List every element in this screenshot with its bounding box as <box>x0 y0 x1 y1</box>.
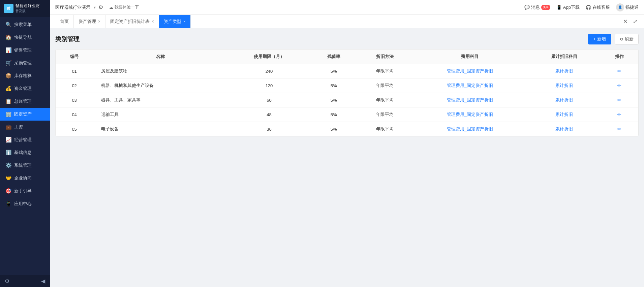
topbar-left: 医疗器械行业演示 ▾ ⚙ ☁ 我要体验一下 <box>55 4 139 10</box>
cell-expense-1[interactable]: 管理费用_固定资产折旧 <box>412 78 527 93</box>
cell-period-1: 120 <box>228 78 310 93</box>
system-label: 系统管理 <box>14 162 32 168</box>
tabs-bar: 首页资产管理×固定资产折旧统计表×资产类型× ✕ ⤢ <box>50 15 644 28</box>
avatar: 👤 <box>616 3 624 11</box>
sidebar-item-payroll[interactable]: 💼 工资 <box>0 121 50 133</box>
collapse-icon[interactable]: ◀ <box>41 278 45 284</box>
cell-action-2[interactable]: ✏ <box>601 93 638 107</box>
cell-residual-4: 5% <box>310 122 357 136</box>
sidebar-item-operations[interactable]: 📈 经营管理 <box>0 133 50 146</box>
col-header-0: 编号 <box>56 50 93 64</box>
tab-asset-mgmt-label: 资产管理 <box>79 19 96 25</box>
tab-asset-type[interactable]: 资产类型× <box>159 15 191 28</box>
table-row: 02机器、机械和其他生产设备1205%年限平均管理费用_固定资产折旧累计折旧✏ <box>56 78 638 93</box>
cell-accum-2[interactable]: 累计折旧 <box>527 93 601 107</box>
message-icon: 💬 <box>524 5 530 10</box>
sidebar-footer: ⚙ ◀ <box>0 275 50 287</box>
tab-depreciation-table[interactable]: 固定资产折旧统计表× <box>105 15 159 28</box>
quick-nav-icon: 🏠 <box>5 34 11 40</box>
support-button[interactable]: 🎧 在线客服 <box>586 4 610 10</box>
cell-method-4: 年限平均 <box>357 122 412 136</box>
cell-action-1[interactable]: ✏ <box>601 78 638 93</box>
refresh-icon: ↻ <box>620 37 623 42</box>
sidebar-item-quick-nav[interactable]: 🏠 快捷导航 <box>0 31 50 44</box>
cell-accum-3[interactable]: 累计折旧 <box>527 107 601 122</box>
system-icon: ⚙️ <box>5 162 11 168</box>
basic-info-icon: ℹ️ <box>5 150 11 156</box>
col-header-4: 折旧方法 <box>357 50 412 64</box>
ledger-label: 总账管理 <box>14 98 32 104</box>
user-label: 畅捷通 <box>625 4 639 10</box>
sidebar-item-inventory[interactable]: 📦 库存核算 <box>0 69 50 82</box>
col-header-7: 操作 <box>601 50 638 64</box>
sidebar-item-search[interactable]: 🔍 搜索菜单 <box>0 18 50 31</box>
sidebar-item-funds[interactable]: 💰 资金管理 <box>0 82 50 95</box>
cell-expense-0[interactable]: 管理费用_固定资产折旧 <box>412 64 527 78</box>
tab-depreciation-table-close[interactable]: × <box>152 19 154 24</box>
app-subtitle: 普及版 <box>16 9 40 13</box>
search-label: 搜索菜单 <box>14 22 32 28</box>
col-header-3: 残值率 <box>310 50 357 64</box>
purchase-icon: 🛒 <box>5 60 11 66</box>
company-name[interactable]: 医疗器械行业演示 <box>55 4 90 10</box>
new-button[interactable]: + 新增 <box>588 34 611 44</box>
tabs-controls: ✕ ⤢ <box>622 18 639 25</box>
sidebar-item-ledger[interactable]: 📋 总账管理 <box>0 95 50 108</box>
cell-action-0[interactable]: ✏ <box>601 64 638 78</box>
company-dropdown-icon[interactable]: ▾ <box>94 5 96 10</box>
table-body: 01房屋及建筑物2405%年限平均管理费用_固定资产折旧累计折旧✏02机器、机械… <box>56 64 638 136</box>
cell-name-2: 器具、工具、家具等 <box>93 93 228 107</box>
app-center-label: 应用中心 <box>14 201 32 207</box>
table-header: 编号名称使用期限（月）残值率折旧方法费用科目累计折旧科目操作 <box>56 50 638 64</box>
cell-expense-4[interactable]: 管理费用_固定资产折旧 <box>412 122 527 136</box>
cell-accum-0[interactable]: 累计折旧 <box>527 64 601 78</box>
sidebar-item-sales[interactable]: 📊 销售管理 <box>0 44 50 57</box>
topbar-settings-icon[interactable]: ⚙ <box>98 4 103 10</box>
app-center-icon: 📱 <box>5 201 11 207</box>
tab-asset-mgmt[interactable]: 资产管理× <box>74 15 105 28</box>
basic-info-label: 基础信息 <box>14 150 32 156</box>
tab-home[interactable]: 首页 <box>55 15 74 28</box>
cell-period-0: 240 <box>228 64 310 78</box>
sidebar-item-app-center[interactable]: 📱 应用中心 <box>0 197 50 210</box>
main-area: 医疗器械行业演示 ▾ ⚙ ☁ 我要体验一下 💬 消息 99+ 📱 App下载 🎧… <box>50 0 644 287</box>
cell-id-1: 02 <box>56 78 93 93</box>
sidebar-item-purchase[interactable]: 🛒 采购管理 <box>0 57 50 69</box>
fixed-assets-icon: 🏢 <box>5 111 11 117</box>
col-header-6: 累计折旧科目 <box>527 50 601 64</box>
sidebar-item-basic-info[interactable]: ℹ️ 基础信息 <box>0 146 50 159</box>
support-label: 在线客服 <box>592 4 610 10</box>
refresh-button[interactable]: ↻ 刷新 <box>615 34 639 44</box>
cell-action-3[interactable]: ✏ <box>601 107 638 122</box>
operations-icon: 📈 <box>5 137 11 143</box>
sidebar-item-enterprise[interactable]: 🤝 企业协同 <box>0 172 50 185</box>
sidebar-item-fixed-assets[interactable]: 🏢 固定资产 <box>0 108 50 121</box>
cell-method-3: 年限平均 <box>357 107 412 122</box>
cell-accum-1[interactable]: 累计折旧 <box>527 78 601 93</box>
settings-icon[interactable]: ⚙ <box>5 278 9 284</box>
cell-accum-4[interactable]: 累计折旧 <box>527 122 601 136</box>
cell-expense-3[interactable]: 管理费用_固定资产折旧 <box>412 107 527 122</box>
cell-name-1: 机器、机械和其他生产设备 <box>93 78 228 93</box>
user-menu[interactable]: 👤 畅捷通 <box>616 3 639 11</box>
cell-residual-2: 5% <box>310 93 357 107</box>
enterprise-icon: 🤝 <box>5 175 11 181</box>
tab-asset-mgmt-close[interactable]: × <box>98 19 100 24</box>
close-tab-icon[interactable]: ✕ <box>622 18 629 25</box>
message-button[interactable]: 💬 消息 99+ <box>524 4 550 10</box>
tab-asset-type-close[interactable]: × <box>183 19 186 24</box>
sidebar-item-system[interactable]: ⚙️ 系统管理 <box>0 159 50 172</box>
experience-button[interactable]: ☁ 我要体验一下 <box>109 4 139 10</box>
topbar: 医疗器械行业演示 ▾ ⚙ ☁ 我要体验一下 💬 消息 99+ 📱 App下载 🎧… <box>50 0 644 15</box>
cell-method-1: 年限平均 <box>357 78 412 93</box>
cell-action-4[interactable]: ✏ <box>601 122 638 136</box>
funds-icon: 💰 <box>5 86 11 92</box>
cell-id-2: 03 <box>56 93 93 107</box>
funds-label: 资金管理 <box>14 86 32 92</box>
cell-name-0: 房屋及建筑物 <box>93 64 228 78</box>
cell-period-3: 48 <box>228 107 310 122</box>
cell-expense-2[interactable]: 管理费用_固定资产折旧 <box>412 93 527 107</box>
maximize-tab-icon[interactable]: ⤢ <box>632 18 639 25</box>
app-download-button[interactable]: 📱 App下载 <box>556 4 580 10</box>
sidebar-item-guide[interactable]: 🎯 新手引导 <box>0 185 50 197</box>
